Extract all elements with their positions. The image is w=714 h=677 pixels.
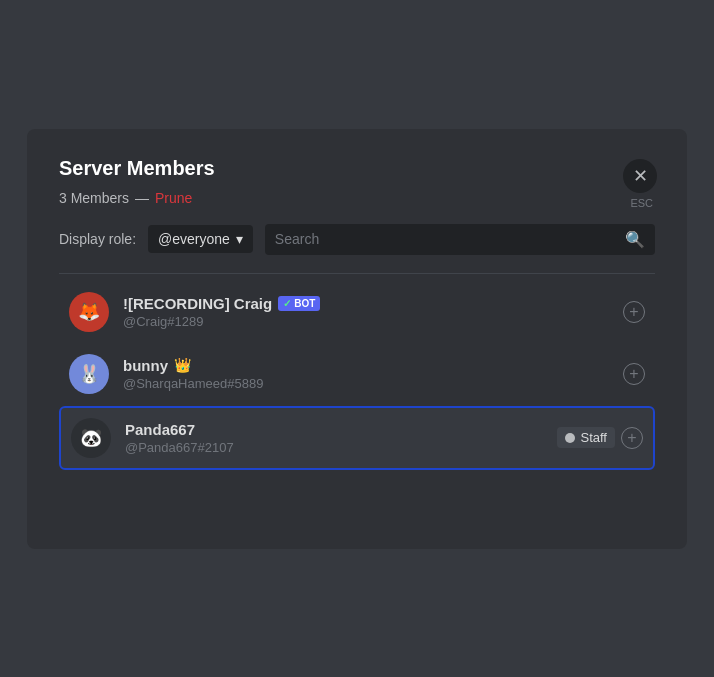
divider <box>59 273 655 274</box>
member-name-text: bunny <box>123 357 168 374</box>
member-row[interactable]: 🦊 ![RECORDING] Craig ✓ BOT @Craig#1289 + <box>59 282 655 342</box>
bot-label: BOT <box>294 298 315 309</box>
esc-label: ESC <box>630 197 653 209</box>
member-info: bunny 👑 @SharqaHameed#5889 <box>123 357 609 391</box>
separator: — <box>135 190 149 206</box>
search-input[interactable] <box>275 231 617 247</box>
controls-row: Display role: @everyone ▾ 🔍 <box>59 224 655 255</box>
modal-title: Server Members <box>59 157 655 180</box>
close-icon: ✕ <box>633 165 648 187</box>
avatar: 🐰 <box>69 354 109 394</box>
search-icon: 🔍 <box>625 230 645 249</box>
role-tags: Staff + <box>557 427 643 449</box>
member-row[interactable]: 🐼 Panda667 @Panda667#2107 Staff + <box>59 406 655 470</box>
server-members-modal: ✕ ESC Server Members 3 Members — Prune D… <box>27 129 687 549</box>
member-name-text: ![RECORDING] Craig <box>123 295 272 312</box>
member-handle: @SharqaHameed#5889 <box>123 376 609 391</box>
avatar-emoji: 🐰 <box>78 363 100 385</box>
member-list: 🦊 ![RECORDING] Craig ✓ BOT @Craig#1289 +… <box>59 282 655 470</box>
avatar-emoji: 🦊 <box>78 301 100 323</box>
avatar: 🐼 <box>71 418 111 458</box>
member-count: 3 Members <box>59 190 129 206</box>
add-role-button[interactable]: + <box>623 301 645 323</box>
prune-link[interactable]: Prune <box>155 190 192 206</box>
add-role-button[interactable]: + <box>621 427 643 449</box>
member-info: Panda667 @Panda667#2107 <box>125 421 543 455</box>
close-button[interactable]: ✕ <box>623 159 657 193</box>
role-tag-label: Staff <box>580 430 607 445</box>
search-box: 🔍 <box>265 224 655 255</box>
role-dot <box>565 433 575 443</box>
modal-subtitle: 3 Members — Prune <box>59 190 655 206</box>
role-select-value: @everyone <box>158 231 230 247</box>
bot-checkmark: ✓ <box>283 298 291 309</box>
member-handle: @Craig#1289 <box>123 314 609 329</box>
member-row[interactable]: 🐰 bunny 👑 @SharqaHameed#5889 + <box>59 344 655 404</box>
member-name: bunny 👑 <box>123 357 609 374</box>
member-name: ![RECORDING] Craig ✓ BOT <box>123 295 609 312</box>
display-role-select[interactable]: @everyone ▾ <box>148 225 253 253</box>
crown-icon: 👑 <box>174 357 191 373</box>
member-name-text: Panda667 <box>125 421 195 438</box>
bot-badge: ✓ BOT <box>278 296 320 311</box>
role-tag[interactable]: Staff <box>557 427 615 448</box>
add-role-button[interactable]: + <box>623 363 645 385</box>
member-info: ![RECORDING] Craig ✓ BOT @Craig#1289 <box>123 295 609 329</box>
member-handle: @Panda667#2107 <box>125 440 543 455</box>
member-name: Panda667 <box>125 421 543 438</box>
avatar: 🦊 <box>69 292 109 332</box>
display-role-label: Display role: <box>59 231 136 247</box>
chevron-down-icon: ▾ <box>236 231 243 247</box>
avatar-emoji: 🐼 <box>80 427 102 449</box>
